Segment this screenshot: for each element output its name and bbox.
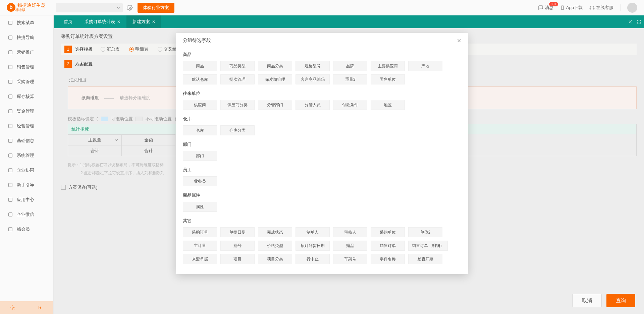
field-chip[interactable]: 属性 bbox=[183, 202, 217, 212]
field-group: 往来单位供应商供应商分类分管部门分管人员付款条件地区 bbox=[183, 90, 461, 110]
field-chip[interactable]: 批次管理 bbox=[220, 74, 255, 84]
field-chip[interactable]: 主计量 bbox=[183, 241, 217, 251]
field-chip[interactable]: 地区 bbox=[371, 100, 405, 110]
field-chip[interactable]: 审核人 bbox=[333, 227, 367, 237]
modal-close-icon[interactable]: ✕ bbox=[457, 38, 461, 44]
field-group-title: 商品属性 bbox=[183, 192, 461, 198]
field-chip[interactable]: 主要供应商 bbox=[371, 61, 405, 71]
field-group-title: 往来单位 bbox=[183, 90, 461, 97]
field-chip[interactable]: 分管人员 bbox=[296, 100, 330, 110]
field-chip[interactable]: 零件名称 bbox=[371, 254, 405, 264]
field-chip[interactable]: 仓库 bbox=[183, 125, 217, 135]
field-chip[interactable]: 预计到货日期 bbox=[296, 241, 330, 251]
field-group-title: 其它 bbox=[183, 218, 461, 224]
field-chip[interactable]: 采购订单 bbox=[183, 227, 217, 237]
field-chip[interactable]: 商品分类 bbox=[258, 61, 292, 71]
field-chip[interactable]: 赠品 bbox=[333, 241, 367, 251]
field-group: 员工业务员 bbox=[183, 167, 461, 186]
field-chip[interactable]: 业务员 bbox=[183, 176, 217, 186]
field-group-title: 员工 bbox=[183, 167, 461, 173]
field-chip[interactable]: 是否开票 bbox=[408, 254, 442, 264]
modal-body: 商品商品商品类型商品分类规格型号品牌主要供应商产地默认仓库批次管理保质期管理客户… bbox=[176, 48, 468, 274]
field-chip[interactable]: 行中止 bbox=[296, 254, 330, 264]
field-chip[interactable]: 保质期管理 bbox=[258, 74, 292, 84]
field-picker-modal: 分组待选字段 ✕ 商品商品商品类型商品分类规格型号品牌主要供应商产地默认仓库批次… bbox=[176, 33, 468, 274]
field-group: 仓库仓库仓库分类 bbox=[183, 116, 461, 135]
chip-row: 仓库仓库分类 bbox=[183, 125, 461, 135]
chip-row: 商品商品类型商品分类规格型号品牌主要供应商产地默认仓库批次管理保质期管理客户商品… bbox=[183, 61, 461, 84]
field-chip[interactable]: 采购单位 bbox=[371, 227, 405, 237]
field-chip[interactable]: 制单人 bbox=[296, 227, 330, 237]
chip-row: 属性 bbox=[183, 202, 461, 212]
field-chip[interactable]: 品牌 bbox=[333, 61, 367, 71]
field-chip[interactable]: 供应商分类 bbox=[220, 100, 255, 110]
field-chip[interactable]: 付款条件 bbox=[333, 100, 367, 110]
field-chip[interactable]: 重量3 bbox=[333, 74, 367, 84]
field-chip[interactable]: 批号 bbox=[220, 241, 255, 251]
field-group: 其它采购订单单据日期完成状态制单人审核人采购单位单位2主计量批号价格类型预计到货… bbox=[183, 218, 461, 264]
field-chip[interactable]: 产地 bbox=[408, 61, 442, 71]
field-chip[interactable]: 单据日期 bbox=[220, 227, 255, 237]
field-chip[interactable]: 供应商 bbox=[183, 100, 217, 110]
field-group-title: 商品 bbox=[183, 52, 461, 58]
field-chip[interactable]: 分管部门 bbox=[258, 100, 292, 110]
chip-row: 业务员 bbox=[183, 176, 461, 186]
field-chip[interactable]: 默认仓库 bbox=[183, 74, 217, 84]
field-chip[interactable]: 车架号 bbox=[333, 254, 367, 264]
field-chip[interactable]: 完成状态 bbox=[258, 227, 292, 237]
field-chip[interactable]: 商品类型 bbox=[220, 61, 255, 71]
modal-header: 分组待选字段 ✕ bbox=[176, 33, 468, 48]
chip-row: 供应商供应商分类分管部门分管人员付款条件地区 bbox=[183, 100, 461, 110]
field-group: 商品属性属性 bbox=[183, 192, 461, 212]
field-chip[interactable]: 零售单位 bbox=[371, 74, 405, 84]
field-group: 商品商品商品类型商品分类规格型号品牌主要供应商产地默认仓库批次管理保质期管理客户… bbox=[183, 52, 461, 84]
modal-title: 分组待选字段 bbox=[183, 38, 211, 44]
field-chip[interactable]: 客户商品编码 bbox=[296, 74, 330, 84]
field-chip[interactable]: 来源单据 bbox=[183, 254, 217, 264]
field-chip[interactable]: 项目 bbox=[220, 254, 255, 264]
chip-row: 部门 bbox=[183, 151, 461, 161]
field-chip[interactable]: 商品 bbox=[183, 61, 217, 71]
field-group-title: 仓库 bbox=[183, 116, 461, 122]
field-group-title: 部门 bbox=[183, 141, 461, 147]
field-chip[interactable]: 部门 bbox=[183, 151, 217, 161]
chip-row: 采购订单单据日期完成状态制单人审核人采购单位单位2主计量批号价格类型预计到货日期… bbox=[183, 227, 461, 264]
field-group: 部门部门 bbox=[183, 141, 461, 161]
field-chip[interactable]: 销售订单 bbox=[371, 241, 405, 251]
modal-backdrop: 分组待选字段 ✕ 商品商品商品类型商品分类规格型号品牌主要供应商产地默认仓库批次… bbox=[0, 0, 644, 314]
field-chip[interactable]: 仓库分类 bbox=[220, 125, 255, 135]
field-chip[interactable]: 项目分类 bbox=[258, 254, 292, 264]
field-chip[interactable]: 单位2 bbox=[408, 227, 442, 237]
field-chip[interactable]: 规格型号 bbox=[296, 61, 330, 71]
field-chip[interactable]: 销售订单（明细） bbox=[408, 241, 448, 251]
field-chip[interactable]: 价格类型 bbox=[258, 241, 292, 251]
